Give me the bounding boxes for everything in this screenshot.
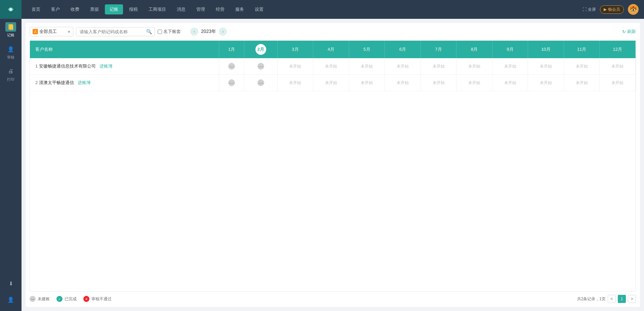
- employee-select[interactable]: 人 全部员工 ▾: [30, 27, 73, 36]
- nav-home[interactable]: 首页: [27, 4, 45, 14]
- nav-operation[interactable]: 经营: [211, 4, 229, 14]
- nav-billing[interactable]: 收费: [66, 4, 84, 14]
- month-cell-9: 未开始: [492, 75, 528, 91]
- month-cell-7: 未开始: [420, 58, 456, 75]
- col-header-m6: 6月: [385, 41, 421, 58]
- sidebar-item-print[interactable]: 🖨 打印: [0, 63, 22, 85]
- month-cell-12: 未开始: [600, 58, 636, 75]
- footer: — 未建账 ✓ 已完成 ✕ 审核不通过 共2条记录，1页 < 1 >: [30, 291, 636, 303]
- status-not-started: 未开始: [397, 80, 409, 85]
- month-cell-10: 未开始: [528, 75, 564, 91]
- year-next-button[interactable]: ›: [219, 28, 227, 36]
- sidebar-item-user[interactable]: 👤: [0, 291, 22, 308]
- month-cell-2: —: [244, 58, 277, 75]
- col-header-m8: 8月: [456, 41, 492, 58]
- status-not-started: 未开始: [611, 64, 623, 69]
- status-circle-icon: —: [257, 79, 264, 86]
- col-header-m11: 11月: [564, 41, 600, 58]
- page-next-button[interactable]: >: [628, 295, 636, 303]
- footer-right: 共2条记录，1页 < 1 >: [577, 295, 636, 303]
- search-input[interactable]: [76, 28, 144, 36]
- legend-not-started: — 未建账: [30, 296, 50, 302]
- main-table: 客户名称 1月 2月 3月 4月 5月 6月 7月 8月 9月 10月 11月: [30, 41, 636, 91]
- status-not-started: 未开始: [611, 80, 623, 85]
- status-not-started: 未开始: [289, 64, 301, 69]
- status-not-started: 未开始: [289, 80, 301, 85]
- avatar[interactable]: 🐯: [628, 4, 639, 15]
- status-circle-icon: —: [228, 63, 235, 70]
- status-not-started: 未开始: [433, 80, 445, 85]
- status-not-started: 未开始: [540, 64, 552, 69]
- status-circle-icon: —: [257, 63, 264, 70]
- enter-ledger-link[interactable]: 进账簿: [78, 80, 91, 85]
- sidebar-item-bookkeeping[interactable]: 📒 记账: [0, 19, 22, 41]
- review-icon: 👤: [5, 44, 16, 54]
- nav-tax[interactable]: 报税: [124, 4, 143, 14]
- legend-completed: ✓ 已完成: [56, 296, 77, 302]
- status-not-started: 未开始: [361, 80, 373, 85]
- customer-name: 安徽畅捷通信息技术有限公司: [39, 64, 96, 69]
- top-nav: 首页 客户 收费 票据 记账 报税 工商项目 消息 管理 经营 服务 设置 ⛶ …: [22, 0, 644, 19]
- nav-customer[interactable]: 客户: [46, 4, 65, 14]
- nav-settings[interactable]: 设置: [250, 4, 268, 14]
- logo: [0, 0, 22, 19]
- bookkeeping-icon: 📒: [5, 22, 16, 32]
- status-not-started: 未开始: [504, 64, 516, 69]
- fullscreen-button[interactable]: ⛶ 全屏: [582, 7, 596, 12]
- nav-invoice[interactable]: 票据: [85, 4, 104, 14]
- col-header-m3: 3月: [277, 41, 313, 58]
- col-header-m2: 2月: [244, 41, 277, 58]
- customer-name: 漠澳太平畅捷通信: [39, 80, 74, 85]
- nav-service[interactable]: 服务: [231, 4, 249, 14]
- nav-manage[interactable]: 管理: [192, 4, 210, 14]
- nav-bookkeeping[interactable]: 记账: [105, 4, 123, 14]
- vip-button[interactable]: ▶ 畅会员: [600, 5, 624, 14]
- sidebar-item-download[interactable]: ⬇: [0, 275, 22, 291]
- refresh-icon: ↻: [622, 29, 626, 34]
- legend-teal-dot: ✓: [56, 296, 63, 302]
- month-cell-4: 未开始: [313, 58, 349, 75]
- month-cell-12: 未开始: [600, 75, 636, 91]
- month-cell-7: 未开始: [420, 75, 456, 91]
- row-number: 1: [35, 64, 38, 69]
- table-row: 2 漠澳太平畅捷通信 进账簿——未开始未开始未开始未开始未开始未开始未开始未开始…: [30, 75, 636, 91]
- month-cell-5: 未开始: [349, 75, 385, 91]
- status-not-started: 未开始: [576, 64, 588, 69]
- status-circle-icon: —: [228, 79, 235, 86]
- status-not-started: 未开始: [468, 64, 480, 69]
- my-accounts-checkbox-label[interactable]: 名下账套: [158, 29, 181, 35]
- refresh-button[interactable]: ↻ 刷新: [622, 29, 636, 35]
- col-header-m7: 7月: [420, 41, 456, 58]
- month-cell-8: 未开始: [456, 75, 492, 91]
- month-cell-9: 未开始: [492, 58, 528, 75]
- my-accounts-checkbox[interactable]: [158, 30, 162, 34]
- month-cell-5: 未开始: [349, 58, 385, 75]
- table-wrap: 客户名称 1月 2月 3月 4月 5月 6月 7月 8月 9月 10月 11月: [30, 40, 636, 291]
- download-icon: ⬇: [5, 279, 16, 288]
- legend-rejected: ✕ 审核不通过: [83, 296, 112, 302]
- col-header-m5: 5月: [349, 41, 385, 58]
- page-prev-button[interactable]: <: [608, 295, 616, 303]
- customer-name-cell: 1 安徽畅捷通信息技术有限公司 进账簿: [30, 58, 219, 75]
- col-header-m10: 10月: [528, 41, 564, 58]
- sidebar: 📒 记账 👤 审核 🖨 打印 ⬇ 👤: [0, 0, 22, 311]
- month-cell-11: 未开始: [564, 75, 600, 91]
- nav-message[interactable]: 消息: [172, 4, 190, 14]
- status-not-started: 未开始: [433, 64, 445, 69]
- page-1-button[interactable]: 1: [618, 295, 626, 303]
- sidebar-item-review[interactable]: 👤 审核: [0, 41, 22, 63]
- status-not-started: 未开始: [325, 80, 337, 85]
- search-button[interactable]: 🔍: [144, 28, 155, 36]
- month-cell-3: 未开始: [277, 75, 313, 91]
- content: 人 全部员工 ▾ 🔍 名下账套 ‹ 2023年 ›: [22, 19, 644, 311]
- month-cell-10: 未开始: [528, 58, 564, 75]
- month-cell-11: 未开始: [564, 58, 600, 75]
- nav-right: ⛶ 全屏 ▶ 畅会员 🐯: [582, 4, 639, 15]
- legend-gray-dot: —: [30, 296, 36, 302]
- year-prev-button[interactable]: ‹: [190, 28, 198, 36]
- month-cell-2: —: [244, 75, 277, 91]
- nav-business[interactable]: 工商项目: [144, 4, 171, 14]
- month-cell-8: 未开始: [456, 58, 492, 75]
- enter-ledger-link[interactable]: 进账簿: [99, 64, 113, 69]
- col-header-name: 客户名称: [30, 41, 219, 58]
